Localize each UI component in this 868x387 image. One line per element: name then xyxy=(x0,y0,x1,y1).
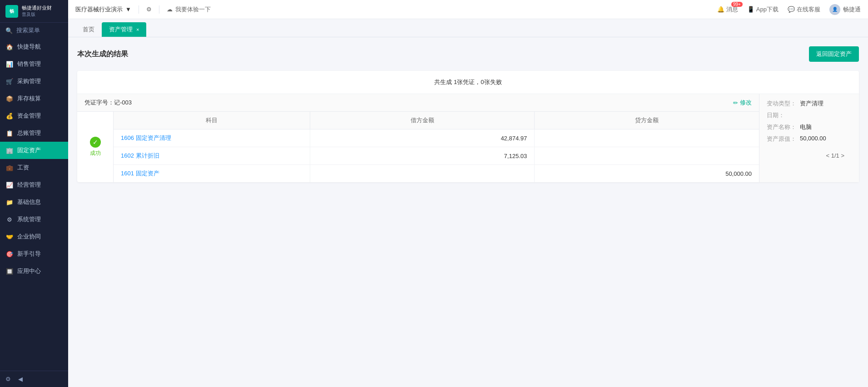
user-menu[interactable]: 👤 畅捷通 xyxy=(829,4,861,15)
company-settings-icon[interactable]: ⚙ xyxy=(146,6,152,13)
subject-link-2[interactable]: 1602 累计折旧 xyxy=(121,152,159,159)
page-title: 本次生成的结果 xyxy=(77,50,128,59)
sidebar-item-cooperation-label: 企业协同 xyxy=(17,233,41,241)
asset-name-row: 资产名称： 电脑 xyxy=(767,123,852,131)
sidebar-nav: 🏠 快捷导航 📊 销售管理 🛒 采购管理 📦 库存核算 💰 资金管理 📋 总账管… xyxy=(0,38,68,371)
sidebar-item-basic-info[interactable]: 📁 基础信息 xyxy=(0,194,68,211)
sidebar-item-ledger-label: 总账管理 xyxy=(17,129,41,137)
tab-close-icon[interactable]: × xyxy=(136,27,139,32)
company-selector[interactable]: 医疗器械行业演示 ▼ xyxy=(75,5,131,14)
avatar: 👤 xyxy=(829,4,840,15)
topbar-right: 🔔 消息 99+ 📱 App下载 💬 在线客服 👤 畅捷通 xyxy=(717,4,861,15)
sidebar-item-app-center[interactable]: 🔲 应用中心 xyxy=(0,263,68,280)
operations-icon: 📈 xyxy=(5,181,14,189)
status-column: ✓ 成功 xyxy=(77,112,114,182)
sidebar-item-purchase-label: 采购管理 xyxy=(17,77,41,85)
sidebar-item-operations[interactable]: 📈 经营管理 xyxy=(0,176,68,194)
edit-label: 修改 xyxy=(740,99,752,107)
guide-icon: 🎯 xyxy=(5,250,14,258)
sidebar-item-fund[interactable]: 💰 资金管理 xyxy=(0,107,68,124)
sidebar-item-guide-label: 新手引导 xyxy=(17,250,41,258)
cloud-icon: ☁ xyxy=(167,6,173,13)
experience-button[interactable]: ☁ 我要体验一下 xyxy=(167,5,211,14)
sidebar-item-sales[interactable]: 📊 销售管理 xyxy=(0,55,68,73)
table-row: 1606 固定资产清理 42,874.97 xyxy=(114,129,759,147)
page-header: 本次生成的结果 返回固定资产 xyxy=(77,46,859,62)
sidebar-item-system-label: 系统管理 xyxy=(17,215,41,223)
debit-cell-2: 7,125.03 xyxy=(310,147,534,165)
subject-link-1[interactable]: 1606 固定资产清理 xyxy=(121,134,171,141)
app-download-button[interactable]: 📱 App下载 xyxy=(747,5,779,14)
sidebar-item-guide[interactable]: 🎯 新手引导 xyxy=(0,245,68,263)
app-download-label: App下载 xyxy=(756,5,779,14)
app-download-icon: 📱 xyxy=(747,6,754,13)
subject-cell-3: 1601 固定资产 xyxy=(114,165,310,183)
tab-asset-management[interactable]: 资产管理 × xyxy=(102,22,146,37)
col-header-subject: 科目 xyxy=(114,112,310,129)
cooperation-icon: 🤝 xyxy=(5,233,14,241)
asset-name-label: 资产名称： xyxy=(767,123,796,131)
experience-label: 我要体验一下 xyxy=(175,5,211,14)
customer-service-button[interactable]: 💬 在线客服 xyxy=(788,5,820,14)
result-card: 共生成 1张凭证，0张失败 凭证字号：记-003 ✏ 修改 xyxy=(77,71,859,182)
sidebar-item-purchase[interactable]: 🛒 采购管理 xyxy=(0,73,68,90)
message-button[interactable]: 🔔 消息 99+ xyxy=(717,5,738,14)
edit-button[interactable]: ✏ 修改 xyxy=(733,99,752,107)
sidebar-bottom: ⚙ ◀ xyxy=(0,371,68,387)
search-icon: 🔍 xyxy=(5,27,13,34)
table-wrap: 科目 借方金额 贷方金额 1606 固定资产清理 xyxy=(114,112,759,182)
pagination[interactable]: < 1/1 > xyxy=(767,147,852,164)
topbar: 医疗器械行业演示 ▼ ⚙ ☁ 我要体验一下 🔔 消息 99+ 📱 App下载 💬… xyxy=(68,0,868,19)
company-name: 医疗器械行业演示 xyxy=(75,5,123,14)
tab-asset-management-label: 资产管理 xyxy=(109,25,133,34)
sidebar-item-quick-nav-label: 快捷导航 xyxy=(17,43,41,51)
right-panel: 变动类型： 资产清理 日期： 资产名称： 电脑 资产原值： 50,000.00 xyxy=(759,94,859,182)
username: 畅捷通 xyxy=(843,5,861,14)
search-menu-label: 搜索菜单 xyxy=(16,26,40,35)
dropdown-icon: ▼ xyxy=(125,6,131,13)
sidebar-item-payroll[interactable]: 💼 工资 xyxy=(0,159,68,176)
sidebar-item-app-center-label: 应用中心 xyxy=(17,267,41,275)
sidebar-item-fixed-asset[interactable]: 🏢 固定资产 xyxy=(0,142,68,159)
sidebar-item-inventory[interactable]: 📦 库存核算 xyxy=(0,90,68,107)
voucher-number: 凭证字号：记-003 xyxy=(84,99,132,107)
credit-cell-3: 50,000.00 xyxy=(535,165,759,183)
app-center-icon: 🔲 xyxy=(5,267,14,275)
credit-cell-1 xyxy=(535,129,759,147)
message-icon: 🔔 xyxy=(717,6,724,13)
col-header-debit: 借方金额 xyxy=(310,112,534,129)
voucher-table: 科目 借方金额 贷方金额 1606 固定资产清理 xyxy=(114,112,759,182)
topbar-divider-1 xyxy=(139,5,139,14)
topbar-divider-2 xyxy=(159,5,159,14)
sales-icon: 📊 xyxy=(5,60,14,68)
original-value-label: 资产原值： xyxy=(767,135,796,143)
debit-cell-3 xyxy=(310,165,534,183)
success-text: 成功 xyxy=(90,149,101,157)
subject-cell-2: 1602 累计折旧 xyxy=(114,147,310,165)
sidebar-item-quick-nav[interactable]: 🏠 快捷导航 xyxy=(0,38,68,55)
settings-bottom-icon[interactable]: ⚙ xyxy=(5,376,11,382)
tabs-bar: 首页 资产管理 × xyxy=(68,19,868,37)
tab-home[interactable]: 首页 xyxy=(75,22,102,37)
back-to-fixed-asset-button[interactable]: 返回固定资产 xyxy=(809,46,859,62)
sidebar: 畅 畅捷通好业财 普及版 🔍 搜索菜单 🏠 快捷导航 📊 销售管理 🛒 采购管理… xyxy=(0,0,68,387)
collapse-icon[interactable]: ◀ xyxy=(18,376,23,382)
sidebar-item-inventory-label: 库存核算 xyxy=(17,94,41,103)
voucher-table-area: 凭证字号：记-003 ✏ 修改 ✓ 成功 xyxy=(77,94,759,182)
sidebar-item-ledger[interactable]: 📋 总账管理 xyxy=(0,124,68,142)
main-area: 医疗器械行业演示 ▼ ⚙ ☁ 我要体验一下 🔔 消息 99+ 📱 App下载 💬… xyxy=(68,0,868,387)
subject-link-3[interactable]: 1601 固定资产 xyxy=(121,170,159,177)
change-type-label: 变动类型： xyxy=(767,99,796,108)
payroll-icon: 💼 xyxy=(5,164,14,172)
system-icon: ⚙ xyxy=(5,215,14,223)
sidebar-item-cooperation[interactable]: 🤝 企业协同 xyxy=(0,228,68,245)
subject-cell-1: 1606 固定资产清理 xyxy=(114,129,310,147)
asset-name-value: 电脑 xyxy=(800,123,812,131)
logo-area: 畅 畅捷通好业财 普及版 xyxy=(0,0,68,23)
search-menu[interactable]: 🔍 搜索菜单 xyxy=(0,23,68,38)
sidebar-item-system[interactable]: ⚙ 系统管理 xyxy=(0,211,68,228)
logo-name: 畅捷通好业财 xyxy=(22,5,52,11)
success-icon: ✓ xyxy=(90,137,101,148)
edit-icon: ✏ xyxy=(733,99,738,106)
tab-home-label: 首页 xyxy=(83,25,94,34)
